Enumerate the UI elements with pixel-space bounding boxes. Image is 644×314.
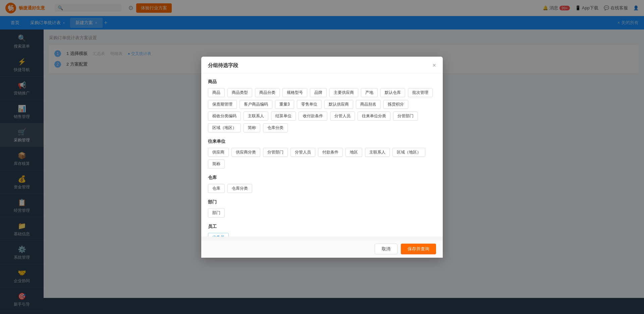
section-product-title: 商品 bbox=[208, 79, 436, 85]
field-tag-main-contact-counterpart[interactable]: 主联系人 bbox=[365, 148, 390, 157]
confirm-button[interactable]: 保存并查询 bbox=[401, 244, 436, 254]
field-tag-expiry-mgmt[interactable]: 保质期管理 bbox=[208, 100, 237, 109]
field-tag-warehouse-category[interactable]: 仓库分类 bbox=[227, 184, 252, 193]
field-tag-abbr-product[interactable]: 简称 bbox=[244, 123, 260, 132]
field-tag-person-counterpart[interactable]: 分管人员 bbox=[290, 148, 315, 157]
product-field-tags: 商品 商品类型 商品分类 规格型号 品牌 主要供应商 产地 默认仓库 批次管理 … bbox=[208, 88, 436, 132]
field-tag-payment-terms[interactable]: 收付款条件 bbox=[299, 112, 327, 121]
section-counterpart-title: 往来单位 bbox=[208, 138, 436, 144]
counterpart-field-tags: 供应商 供应商分类 分管部门 分管人员 付款条件 地区 主联系人 区域（地区） … bbox=[208, 148, 436, 169]
modal-footer: 取消 保存并查询 bbox=[201, 240, 443, 258]
field-tag-abbr-counterpart[interactable]: 简称 bbox=[208, 160, 225, 169]
field-tag-department[interactable]: 部门 bbox=[208, 208, 225, 217]
field-select-modal: 分组待选字段 × 商品 商品 商品类型 商品分类 规格型号 品牌 主要供应商 产… bbox=[201, 57, 443, 258]
field-tag-main-supplier[interactable]: 主要供应商 bbox=[329, 88, 358, 97]
field-tag-weight3[interactable]: 重量3 bbox=[275, 100, 294, 109]
field-tag-payment-cond[interactable]: 付款条件 bbox=[318, 148, 343, 157]
section-employee: 员工 业务员 bbox=[208, 224, 436, 237]
field-tag-supplier-category[interactable]: 供应商分类 bbox=[231, 148, 260, 157]
modal-close-btn[interactable]: × bbox=[432, 62, 436, 69]
department-field-tags: 部门 bbox=[208, 208, 436, 217]
field-tag-product-category[interactable]: 商品分类 bbox=[255, 88, 280, 97]
field-tag-main-contact[interactable]: 主联系人 bbox=[244, 112, 268, 121]
field-tag-supplier[interactable]: 供应商 bbox=[208, 148, 229, 157]
modal-hscrollbar[interactable] bbox=[201, 237, 443, 240]
section-department: 部门 部门 bbox=[208, 199, 436, 217]
field-tag-supervisor[interactable]: 分管人员 bbox=[330, 112, 355, 121]
field-tag-region-product[interactable]: 区域（地区） bbox=[208, 123, 241, 132]
field-tag-product[interactable]: 商品 bbox=[208, 88, 225, 97]
warehouse-field-tags: 仓库 仓库分类 bbox=[208, 184, 436, 193]
field-tag-tax-code[interactable]: 税收分类编码 bbox=[208, 112, 241, 121]
field-tag-settlement-unit[interactable]: 结算单位 bbox=[271, 112, 296, 121]
modal-hscrollbar-track bbox=[201, 237, 443, 240]
field-tag-region-counterpart[interactable]: 区域（地区） bbox=[392, 148, 425, 157]
section-warehouse: 仓库 仓库 仓库分类 bbox=[208, 175, 436, 193]
section-employee-title: 员工 bbox=[208, 224, 436, 230]
field-tag-warehouse[interactable]: 仓库 bbox=[208, 184, 225, 193]
field-tag-default-warehouse[interactable]: 默认仓库 bbox=[380, 88, 405, 97]
modal-header: 分组待选字段 × bbox=[201, 57, 443, 73]
field-tag-district[interactable]: 地区 bbox=[345, 148, 362, 157]
field-tag-warehouse-cat[interactable]: 仓库分类 bbox=[263, 123, 288, 132]
field-tag-default-supplier[interactable]: 默认供应商 bbox=[324, 100, 353, 109]
section-warehouse-title: 仓库 bbox=[208, 175, 436, 181]
field-tag-retail-unit[interactable]: 零售单位 bbox=[297, 100, 322, 109]
section-counterpart: 往来单位 供应商 供应商分类 分管部门 分管人员 付款条件 地区 主联系人 区域… bbox=[208, 138, 436, 169]
modal-body: 商品 商品 商品类型 商品分类 规格型号 品牌 主要供应商 产地 默认仓库 批次… bbox=[201, 73, 443, 237]
field-tag-brand[interactable]: 品牌 bbox=[310, 88, 327, 97]
field-tag-customer-product-code[interactable]: 客户商品编码 bbox=[239, 100, 272, 109]
modal-overlay: 分组待选字段 × 商品 商品 商品类型 商品分类 规格型号 品牌 主要供应商 产… bbox=[0, 0, 644, 314]
cancel-button[interactable]: 取消 bbox=[375, 244, 397, 254]
section-department-title: 部门 bbox=[208, 199, 436, 205]
section-product: 商品 商品 商品类型 商品分类 规格型号 品牌 主要供应商 产地 默认仓库 批次… bbox=[208, 79, 436, 132]
field-tag-product-alias[interactable]: 商品别名 bbox=[356, 100, 381, 109]
modal-title: 分组待选字段 bbox=[208, 62, 238, 69]
field-tag-product-type[interactable]: 商品类型 bbox=[227, 88, 252, 97]
field-tag-counterpart-category[interactable]: 往来单位分类 bbox=[358, 112, 390, 121]
field-tag-batch-mgmt[interactable]: 批次管理 bbox=[408, 88, 433, 97]
field-tag-origin[interactable]: 产地 bbox=[361, 88, 378, 97]
field-tag-dept[interactable]: 分管部门 bbox=[393, 112, 418, 121]
field-tag-spec-model[interactable]: 规格型号 bbox=[282, 88, 307, 97]
field-tag-pick-points[interactable]: 拣货积分 bbox=[383, 100, 408, 109]
field-tag-dept-counterpart[interactable]: 分管部门 bbox=[263, 148, 288, 157]
